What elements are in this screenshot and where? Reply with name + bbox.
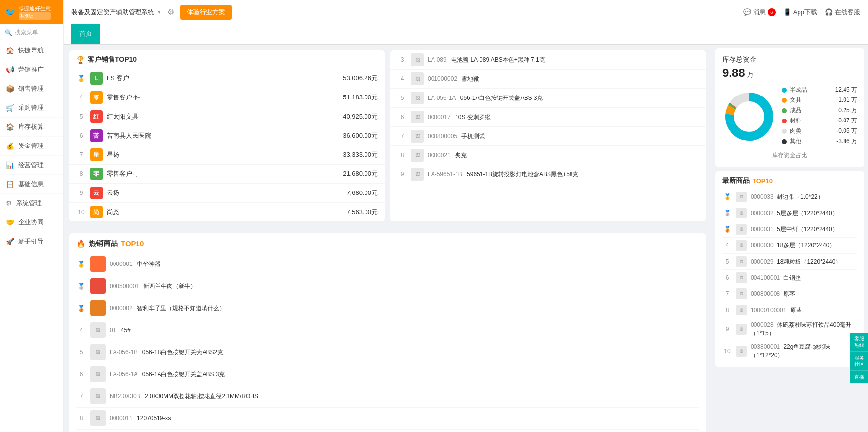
logo-version: 标准版 [19, 12, 51, 20]
sidebar-item-quicknav[interactable]: 🏠 快捷导航 [0, 41, 63, 60]
product-info: LA-056-1A 056-1A白色按键开关盖ABS 3克 [110, 370, 699, 379]
trial-button[interactable]: 体验行业方案 [180, 5, 232, 20]
product-code: NB2.0X30B [110, 393, 140, 400]
rank-number: 8 [722, 307, 732, 313]
messages-badge: 6 [768, 8, 776, 16]
logo-icon: 🐦 [5, 7, 16, 18]
product-info: 0000017 10S 变刺罗猴 [428, 113, 699, 121]
product-name: 封边带（1.0*22） [777, 193, 823, 200]
online-service-button[interactable]: 🎧 在线客服 [825, 8, 860, 17]
product-image [90, 278, 106, 294]
logo-name: 畅捷通好生意 [19, 5, 51, 12]
sidebar-item-label: 快捷导航 [18, 46, 44, 55]
customer-row: 4 零 零售客户·许 51,183.00元 [69, 88, 385, 107]
product-code: 0000017 [428, 114, 451, 120]
product-info: 0000002 智利车子里（规格不知道填什么） [110, 304, 699, 312]
sidebar-item-purchase[interactable]: 🛒 采购管理 [0, 98, 63, 118]
product-code: LA-056-1A [428, 95, 456, 101]
sales-amount: 53,006.26元 [343, 74, 378, 83]
sidebar-item-operations[interactable]: 📊 经营管理 [0, 156, 63, 175]
legend-item: 肉类 -0.05 万 [782, 127, 857, 135]
sidebar-logo: 🐦 畅捷通好生意 标准版 [0, 0, 63, 24]
customer-name: 尚态 [107, 208, 343, 216]
product-image: 🖼 [736, 346, 747, 357]
hot-products-subtitle: TOP10 [121, 240, 144, 248]
sidebar-item-guide[interactable]: 🚀 新手引导 [0, 232, 63, 251]
rank-number: 7 [722, 290, 732, 297]
hot-products-title: 热销商品 [89, 239, 118, 248]
sidebar-item-label: 新手引导 [18, 237, 44, 246]
sidebar-item-inventory[interactable]: 🏠 库存核算 [0, 118, 63, 137]
live-stream-button[interactable]: 直播 [850, 371, 868, 383]
legend-label: 成品 [790, 106, 835, 115]
product-code: 0000002 [110, 305, 133, 312]
rank-number: 5 [722, 258, 732, 265]
sidebar-item-marketing[interactable]: 📢 营销推广 [0, 60, 63, 79]
customer-row: 8 零 零售客户·于 21,680.00元 [69, 165, 385, 184]
rank-number: 6 [76, 371, 86, 378]
product-info: LA-056-1A 056-1A白色按键开关盖ABS 3克 [428, 94, 699, 102]
sidebar-item-sales[interactable]: 📦 销售管理 [0, 79, 63, 98]
product-code: 000500001 [110, 283, 139, 289]
sidebar-search[interactable]: 🔍 搜索菜单 [0, 24, 63, 41]
nav-icon-quicknav: 🏠 [6, 47, 14, 54]
sidebar-item-label: 企业协同 [18, 218, 44, 227]
customer-row: 5 红 红太阳文具 40,925.00元 [69, 107, 385, 126]
product-name: 雪地靴 [461, 75, 479, 82]
hot-product-row: 7 🖼 NB2.0X30B 2.0X30MM双摆花轴;摆花直径2.1MM/ROH… [76, 385, 699, 408]
customer-service-button[interactable]: 客服热线 [850, 333, 868, 352]
sidebar-item-collab[interactable]: 🤝 企业协同 [0, 213, 63, 232]
latest-product-row: 7 🖼 000800008 原茎 [722, 286, 857, 302]
customer-avatar: L [90, 72, 103, 85]
product-info: 003800001 22g鱼豆腐·烧烤味（1*12*20） [751, 343, 857, 360]
hot-product-row: 🥉 0000002 智利车子里（规格不知道填什么） [76, 297, 699, 319]
product-info: 0000033 封边带（1.0*22） [751, 193, 857, 201]
top-header: 装备及固定资产辅助管理系统 ▼ ⚙ 体验行业方案 💬 消息 6 📱 App下载 … [64, 0, 868, 24]
sidebar-item-system[interactable]: ⚙ 系统管理 [0, 194, 63, 213]
product-image: 🖼 [736, 288, 747, 299]
rank-number: 3 [397, 56, 407, 63]
app-download-button[interactable]: 📱 App下载 [783, 8, 817, 17]
sidebar-item-label: 系统管理 [16, 199, 42, 208]
sidebar-item-finance[interactable]: 💰 资金管理 [0, 137, 63, 156]
sidebar-item-basics[interactable]: 📋 基础信息 [0, 175, 63, 194]
sidebar-item-label: 经营管理 [18, 161, 44, 169]
settings-button[interactable]: ⚙ [167, 7, 174, 17]
tab-home[interactable]: 首页 [71, 24, 100, 44]
product-info: 0000032 5层多层（1220*2440） [751, 209, 857, 217]
product-code: 0000033 [751, 193, 774, 200]
customer-avatar: 尚 [90, 206, 103, 218]
product-info: 0000030 18多层（1220*2440） [751, 241, 857, 250]
product-code: 000800008 [751, 290, 780, 297]
rank-number: 7 [397, 133, 407, 140]
nav-icon-basics: 📋 [6, 180, 14, 188]
product-image: 🖼 [411, 111, 424, 123]
product-image: 🖼 [411, 168, 424, 181]
medal-icon: 🥈 [722, 210, 732, 216]
product-image: 🖼 [736, 305, 747, 315]
rank-number: 10 [76, 209, 86, 216]
customer-name: 红太阳文具 [107, 112, 339, 121]
messages-label: 消息 [753, 8, 766, 17]
rank-number: 4 [76, 94, 86, 101]
content-area: 🏆 客户销售TOP10 🥇 L LS 客户 53,006.26元 4 零 [64, 45, 868, 432]
float-buttons: 客服热线 服务社区 直播 [850, 333, 868, 383]
legend-dot [782, 139, 787, 144]
nav-icon-operations: 📊 [6, 161, 14, 169]
inventory-total: 9.88 万 [722, 66, 857, 80]
sidebar-item-label: 营销推广 [18, 65, 44, 74]
messages-button[interactable]: 💬 消息 6 [743, 8, 776, 17]
customer-avatar: 云 [90, 187, 103, 199]
product-image: 🖼 [736, 208, 747, 218]
latest-product-row: 6 🖼 004100001 白钢垫 [722, 270, 857, 286]
rank-number: 6 [722, 274, 732, 281]
rank-number: 6 [76, 132, 86, 139]
product-image: 🖼 [90, 344, 106, 360]
legend-item: 半成品 12.45 万 [782, 86, 857, 94]
product-row: 3 🖼 LA-089 电池盖 LA-089 ABS本色+黑种 7.1克 [390, 50, 706, 70]
sidebar: 🐦 畅捷通好生意 标准版 🔍 搜索菜单 🏠 快捷导航 📢 营销推广 📦 销售管理… [0, 0, 64, 432]
legend-value: 0.25 万 [838, 106, 857, 115]
inventory-title: 库存总资金 [722, 55, 857, 64]
service-community-button[interactable]: 服务社区 [850, 352, 868, 371]
legend-label: 文具 [790, 96, 835, 104]
